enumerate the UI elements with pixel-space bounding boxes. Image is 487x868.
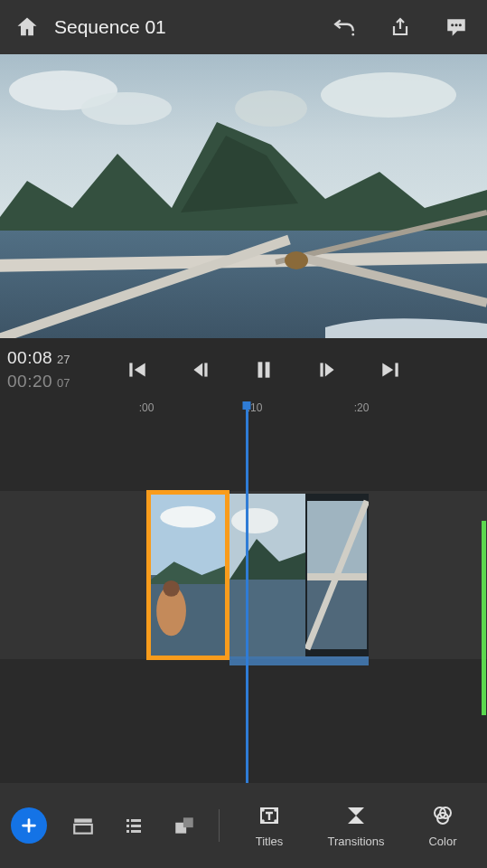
comment-icon[interactable]	[444, 14, 469, 40]
tab-label: Color	[428, 835, 456, 848]
svg-rect-14	[258, 362, 262, 377]
tab-label: Transitions	[327, 835, 384, 848]
step-forward-icon[interactable]	[313, 355, 342, 384]
skip-end-icon[interactable]	[376, 355, 405, 384]
svg-point-7	[321, 72, 456, 118]
ruler-tick: :20	[354, 401, 370, 414]
svg-rect-36	[131, 830, 141, 833]
svg-point-2	[454, 24, 457, 26]
svg-point-41	[275, 809, 276, 811]
total-frames: 07	[57, 376, 70, 390]
svg-rect-31	[126, 819, 129, 822]
transport-controls: 00:08 27 00:20 07	[0, 338, 487, 401]
audio-waveform	[229, 656, 305, 665]
svg-rect-38	[183, 817, 193, 827]
svg-point-8	[235, 90, 307, 127]
step-back-icon[interactable]	[186, 355, 215, 384]
svg-rect-30	[74, 825, 92, 834]
svg-rect-15	[265, 362, 269, 377]
toolbar-divider	[219, 809, 220, 842]
svg-rect-12	[129, 363, 132, 376]
svg-point-40	[262, 809, 264, 811]
timecode-display: 00:08 27 00:20 07	[7, 348, 70, 392]
svg-rect-29	[74, 818, 92, 822]
clip[interactable]	[229, 494, 305, 656]
svg-rect-13	[204, 363, 207, 376]
audio-waveform	[305, 656, 369, 665]
list-view-icon[interactable]	[121, 813, 146, 838]
overlap-clip-icon[interactable]	[172, 813, 197, 838]
sequence-title[interactable]: Sequence 01	[54, 16, 332, 38]
svg-point-6	[81, 92, 172, 125]
pause-icon[interactable]	[249, 355, 278, 384]
transitions-icon	[344, 804, 368, 827]
svg-rect-28	[307, 573, 367, 580]
tab-transitions[interactable]: Transitions	[323, 804, 389, 848]
svg-rect-27	[307, 580, 367, 649]
svg-rect-17	[395, 363, 398, 376]
clip[interactable]	[305, 494, 369, 656]
bottom-toolbar: Titles Transitions Color	[0, 783, 487, 868]
svg-point-42	[262, 820, 264, 822]
svg-rect-16	[320, 363, 323, 376]
titles-icon	[258, 804, 281, 827]
tab-label: Titles	[256, 835, 284, 848]
undo-icon[interactable]	[332, 14, 357, 40]
color-icon	[431, 804, 454, 827]
svg-point-0	[351, 33, 354, 36]
svg-point-1	[451, 24, 454, 26]
timeline-marker[interactable]	[482, 521, 486, 715]
ruler-tick: :00	[139, 401, 155, 414]
add-media-button[interactable]	[11, 807, 47, 844]
svg-point-3	[459, 24, 462, 26]
tab-color[interactable]: Color	[409, 804, 476, 848]
current-time: 00:08	[7, 348, 52, 368]
svg-point-22	[163, 580, 179, 597]
current-frames: 27	[57, 353, 70, 366]
video-preview[interactable]	[0, 54, 487, 338]
playhead[interactable]	[246, 401, 248, 812]
skip-start-icon[interactable]	[123, 355, 152, 384]
svg-point-19	[160, 506, 216, 528]
svg-rect-35	[126, 830, 129, 833]
svg-point-24	[231, 508, 278, 533]
svg-point-43	[275, 820, 276, 822]
svg-point-11	[285, 251, 308, 269]
top-bar: Sequence 01	[0, 0, 487, 54]
share-icon[interactable]	[388, 14, 413, 40]
svg-rect-33	[126, 825, 129, 827]
project-panel-icon[interactable]	[70, 813, 96, 838]
svg-rect-34	[131, 825, 141, 827]
clip-selected[interactable]	[146, 490, 229, 660]
timeline[interactable]	[0, 430, 487, 753]
svg-rect-25	[229, 580, 305, 656]
total-time: 00:20	[7, 372, 52, 392]
home-icon[interactable]	[13, 13, 42, 42]
svg-rect-32	[131, 819, 141, 822]
tab-titles[interactable]: Titles	[236, 804, 303, 848]
